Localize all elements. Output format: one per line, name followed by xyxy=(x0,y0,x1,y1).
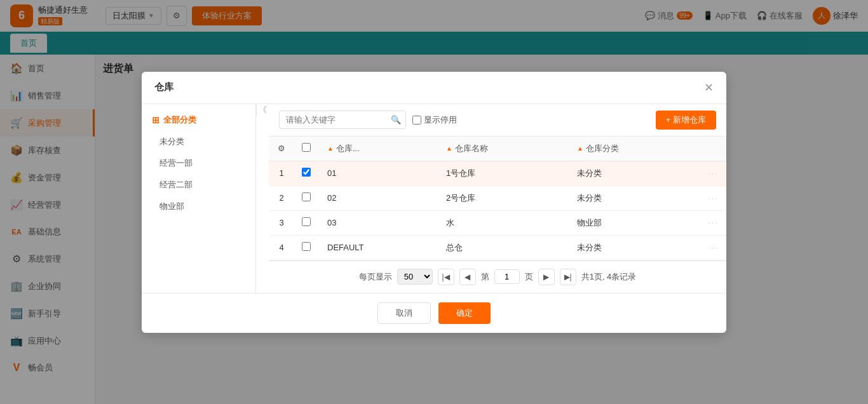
row-checkbox-cell xyxy=(294,235,320,260)
row-num: 4 xyxy=(269,235,294,260)
row-name: 水 xyxy=(438,210,569,235)
dialog-close-button[interactable]: ✕ xyxy=(704,81,714,95)
row-checkbox-cell xyxy=(294,185,320,210)
category-item-unclassified[interactable]: 未分类 xyxy=(142,131,255,152)
row-actions: ··· xyxy=(700,161,726,185)
cancel-button[interactable]: 取消 xyxy=(377,302,431,324)
table-toolbar: 🔍 显示停用 + 新增仓库 xyxy=(269,104,726,137)
table-row[interactable]: 4 DEFAULT 总仓 未分类 ··· xyxy=(269,235,726,260)
modal-overlay: 仓库 ✕ ⊞ 全部分类 未分类 经营一部 经营二部 物业部 《 xyxy=(0,0,868,404)
search-input[interactable] xyxy=(279,111,406,129)
pagination: 每页显示 50 20 100 |◀ ◀ 第 页 ▶ ▶| 共1页, 4条记录 xyxy=(269,260,726,293)
col-actions xyxy=(700,137,726,161)
search-icon[interactable]: 🔍 xyxy=(391,115,401,125)
row-checkbox[interactable] xyxy=(302,192,311,201)
row-actions: ··· xyxy=(700,210,726,235)
row-code: DEFAULT xyxy=(320,235,438,260)
table-scroll: ⚙ ▲ 仓库... xyxy=(269,137,726,260)
table-header-row: ⚙ ▲ 仓库... xyxy=(269,137,726,161)
add-warehouse-button[interactable]: + 新增仓库 xyxy=(656,111,716,130)
next-page-button[interactable]: ▶ xyxy=(538,269,555,285)
collapse-panel-button[interactable]: 《 xyxy=(256,104,269,116)
category-item-property[interactable]: 物业部 xyxy=(142,196,255,217)
row-num: 3 xyxy=(269,210,294,235)
sort-icon: ▲ xyxy=(446,145,452,152)
row-more-button[interactable]: ··· xyxy=(708,218,719,227)
row-num: 2 xyxy=(269,185,294,210)
row-category: 未分类 xyxy=(569,161,700,185)
row-checkbox[interactable] xyxy=(302,242,311,251)
prev-page-button[interactable]: ◀ xyxy=(459,269,476,285)
col-name: ▲ 仓库名称 xyxy=(438,137,569,161)
warehouse-table: ⚙ ▲ 仓库... xyxy=(269,137,726,260)
sort-icon: ▲ xyxy=(577,145,583,152)
dialog-header: 仓库 ✕ xyxy=(142,72,726,104)
last-page-button[interactable]: ▶| xyxy=(560,269,576,285)
settings-icon: ⚙ xyxy=(278,144,285,153)
dialog-footer: 取消 确定 xyxy=(142,293,726,333)
row-name: 2号仓库 xyxy=(438,185,569,210)
row-num: 1 xyxy=(269,161,294,185)
col-checkbox xyxy=(294,137,320,161)
row-code: 01 xyxy=(320,161,438,185)
row-category: 未分类 xyxy=(569,185,700,210)
table-row[interactable]: 3 03 水 物业部 ··· xyxy=(269,210,726,235)
dialog-title: 仓库 xyxy=(154,81,173,93)
table-panel: 🔍 显示停用 + 新增仓库 ⚙ xyxy=(269,104,726,293)
select-all-checkbox[interactable] xyxy=(302,143,311,152)
table-row[interactable]: 2 02 2号仓库 未分类 ··· xyxy=(269,185,726,210)
search-wrap: 🔍 xyxy=(279,111,406,129)
col-settings: ⚙ xyxy=(269,137,294,161)
row-actions: ··· xyxy=(700,235,726,260)
confirm-button[interactable]: 确定 xyxy=(438,302,491,324)
sort-icon: ▲ xyxy=(327,145,334,152)
show-disabled-checkbox[interactable]: 显示停用 xyxy=(412,114,457,126)
col-category: ▲ 仓库分类 xyxy=(569,137,700,161)
row-checkbox[interactable] xyxy=(302,217,311,226)
grid-icon: ⊞ xyxy=(152,115,159,125)
row-checkbox-cell xyxy=(294,210,320,235)
row-category: 物业部 xyxy=(569,210,700,235)
table-row[interactable]: 1 01 1号仓库 未分类 ··· xyxy=(269,161,726,185)
row-name: 1号仓库 xyxy=(438,161,569,185)
disabled-checkbox[interactable] xyxy=(412,116,421,125)
category-item-dept1[interactable]: 经营一部 xyxy=(142,152,255,174)
category-panel: ⊞ 全部分类 未分类 经营一部 经营二部 物业部 xyxy=(142,104,256,293)
col-code: ▲ 仓库... xyxy=(320,137,438,161)
category-item-dept2[interactable]: 经营二部 xyxy=(142,174,255,196)
page-number-input[interactable] xyxy=(494,269,520,284)
dialog-body: ⊞ 全部分类 未分类 经营一部 经营二部 物业部 《 🔍 xyxy=(142,104,726,293)
row-actions: ··· xyxy=(700,185,726,210)
row-more-button[interactable]: ··· xyxy=(708,193,719,203)
warehouse-dialog: 仓库 ✕ ⊞ 全部分类 未分类 经营一部 经营二部 物业部 《 xyxy=(142,72,726,333)
per-page-select[interactable]: 50 20 100 xyxy=(397,269,433,285)
row-more-button[interactable]: ··· xyxy=(708,168,719,178)
row-name: 总仓 xyxy=(438,235,569,260)
row-checkbox[interactable] xyxy=(302,168,311,177)
row-checkbox-cell xyxy=(294,161,320,185)
first-page-button[interactable]: |◀ xyxy=(438,269,454,285)
row-more-button[interactable]: ··· xyxy=(708,243,719,252)
row-code: 03 xyxy=(320,210,438,235)
all-categories-button[interactable]: ⊞ 全部分类 xyxy=(142,109,255,131)
row-code: 02 xyxy=(320,185,438,210)
table-body: 1 01 1号仓库 未分类 ··· 2 02 2号仓库 未分类 ··· 3 03… xyxy=(269,161,726,260)
row-category: 未分类 xyxy=(569,235,700,260)
